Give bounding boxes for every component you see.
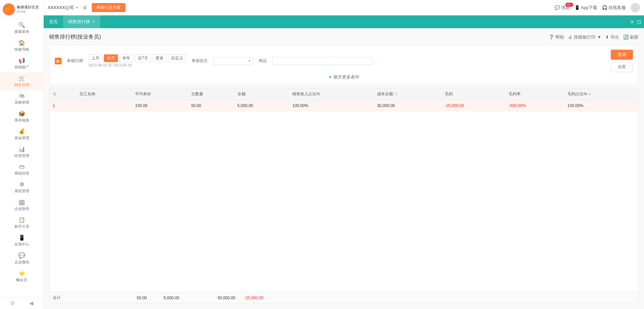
goods-filter-label: 商品 — [259, 58, 267, 64]
tab-close-window-icon[interactable]: ✕ — [630, 19, 634, 25]
table-header-row: ⚙ 员工名称 平均单价 主数量 全额 销售收入占比% 成本全额 ⓘ 毛利 毛利率… — [49, 88, 638, 100]
query-button[interactable]: 查询 — [611, 50, 633, 60]
sidebar-label-guide: 新手引导 — [14, 224, 29, 229]
cell-name-0 — [76, 100, 132, 111]
gross-pct-sort-icon[interactable]: ⇅ — [588, 92, 591, 96]
sidebar-item-finance[interactable]: 💰 资金管理 — [0, 125, 43, 143]
date-btn-this-month[interactable]: 本月 — [104, 54, 118, 62]
sidebar-label-sales: 销售管理 — [14, 83, 29, 88]
print-button[interactable]: 🖨 按模板打印 ▼ — [568, 34, 601, 40]
sidebar-logo: 🔶 畅康通好生意 标准版 — [0, 0, 43, 19]
settings-button[interactable]: 设置 — [611, 62, 633, 72]
company-arrow-icon: ▼ — [75, 6, 79, 9]
date-btn-this-year[interactable]: 本年 — [119, 54, 133, 62]
sidebar-icon-search: 🔍 — [18, 22, 25, 28]
page-title: 销售排行榜(按业务员) — [49, 34, 101, 41]
sidebar-icon-marketing: 📢 — [18, 57, 25, 64]
th-cost: 成本全额 ⓘ — [374, 88, 441, 100]
sidebar-item-enterprise[interactable]: 🏢 企业协同 — [0, 196, 43, 214]
expand-more-area: ▼ 展开更多条件 — [55, 72, 633, 80]
message-icon: 💬 — [555, 5, 560, 10]
table-container: ⚙ 员工名称 平均单价 主数量 全额 销售收入占比% 成本全额 ⓘ 毛利 毛利率… — [49, 88, 638, 292]
footer-sales-pct — [187, 296, 214, 300]
footer-amount: 5,000.00 — [160, 296, 187, 300]
sidebar-label-search: 搜索菜单 — [14, 29, 29, 34]
date-btn-custom[interactable]: 自定义 — [168, 54, 186, 62]
cell-gross-pct-0: 100.00% — [564, 100, 638, 111]
user-avatar[interactable] — [631, 3, 640, 12]
expand-more-button[interactable]: ▼ 展开更多条件 — [55, 74, 633, 80]
sidebar-icon-operations: 📊 — [18, 146, 25, 152]
logo-badge: 标准版 — [17, 10, 39, 14]
date-btn-last-month[interactable]: 上月 — [88, 54, 102, 62]
sidebar-item-purchase[interactable]: 🛍 采购管理 — [0, 90, 43, 108]
sidebar-icon-guide: 📋 — [18, 217, 25, 223]
sidebar-label-base: 基础信息 — [14, 171, 29, 176]
sidebar-item-wechat[interactable]: 💬 企业微信 — [0, 250, 43, 267]
sidebar-icon-shortcut: 🏠 — [18, 40, 25, 46]
export-button[interactable]: ⬇ 导出 — [605, 34, 619, 40]
tab-home-label: 首页 — [49, 19, 58, 25]
sidebar-icon-purchase: 🛍 — [19, 93, 25, 99]
sidebar-label-enterprise: 企业协同 — [14, 206, 29, 211]
sidebar-icon-member: ⭐ — [18, 270, 25, 276]
th-settings: ⚙ — [49, 88, 76, 100]
sidebar-label-member: 畅会员 — [16, 277, 27, 282]
date-btn-more[interactable]: 更多 — [153, 54, 167, 62]
sidebar-item-guide[interactable]: 📋 新手引导 — [0, 214, 43, 232]
app-download-button[interactable]: 📱 App下载 — [574, 5, 597, 11]
company-selector[interactable]: XXXXXX公司 ▼ — [48, 5, 79, 11]
refresh-label: 刷新 — [630, 34, 639, 40]
sidebar-item-shortcut[interactable]: 🏠 快捷导航 — [0, 37, 43, 55]
expand-arrow-icon: ▼ — [328, 75, 332, 80]
sidebar: 🔶 畅康通好生意 标准版 🔍 搜索菜单 🏠 快捷导航 📢 营销推广 🛒 销售管理… — [0, 0, 44, 309]
th-avg-price: 平均单价 — [132, 88, 188, 100]
filter-collapse-btn[interactable]: ▶ — [55, 58, 61, 64]
cell-avg-price-0: 100.00 — [132, 100, 188, 111]
sidebar-collapse-icon[interactable]: ◀ — [29, 300, 33, 306]
sidebar-icon-base: 🗃 — [19, 164, 25, 170]
sidebar-item-operations[interactable]: 📊 经营管理 — [0, 143, 43, 161]
help-button[interactable]: ❓ 帮助 — [549, 34, 564, 40]
message-button[interactable]: 💬 消息 99+ — [555, 5, 570, 11]
sidebar-settings-icon[interactable]: ⚙ — [10, 300, 15, 306]
tab-restore-icon[interactable]: ⊡ — [637, 19, 641, 25]
table-footer: 合计 50.00 5,000.00 30,000.00 -25,000.00 — [49, 292, 638, 303]
goods-input[interactable] — [272, 57, 373, 65]
content-area: 销售排行榜(按业务员) ❓ 帮助 🖨 按模板打印 ▼ ⬇ 导出 🔄 刷新 — [44, 28, 644, 309]
more-filters-icon[interactable]: ... — [374, 59, 378, 63]
sidebar-item-sales[interactable]: 🛒 销售管理 — [0, 72, 43, 90]
tab-sales-ranking[interactable]: 销售排行榜 ✕ — [63, 15, 100, 28]
print-label: 按模板打印 — [574, 34, 596, 40]
logo-text: 畅康通好生意 — [17, 5, 39, 9]
online-service-button[interactable]: 🎧 在线客服 — [602, 5, 626, 11]
sidebar-item-search[interactable]: 🔍 搜索菜单 — [0, 19, 43, 37]
tab-close-icon[interactable]: ✕ — [92, 20, 95, 24]
topbar-right: 💬 消息 99+ 📱 App下载 🎧 在线客服 — [555, 3, 640, 12]
sidebar-nav: 🔍 搜索菜单 🏠 快捷导航 📢 营销推广 🛒 销售管理 🛍 采购管理 📦 库存核… — [0, 19, 43, 297]
sidebar-item-base[interactable]: 🗃 基础信息 — [0, 161, 43, 178]
date-btn-7days[interactable]: 近7天 — [135, 54, 151, 62]
column-settings-icon[interactable]: ⚙ — [53, 92, 57, 97]
sidebar-item-inventory[interactable]: 📦 库存核算 — [0, 108, 43, 125]
sidebar-item-apps[interactable]: 📱 应用中心 — [0, 232, 43, 250]
footer-avg-price — [106, 296, 133, 300]
refresh-button[interactable]: 🔄 刷新 — [623, 34, 639, 40]
trial-button[interactable]: 体验行业方案 — [92, 3, 125, 12]
sidebar-item-member[interactable]: ⭐ 畅会员 — [0, 267, 43, 285]
status-select-wrap: ▼ — [213, 57, 253, 65]
status-select[interactable] — [213, 57, 253, 65]
footer-label: 合计 — [53, 295, 80, 301]
filter-card: ▶ 单据日期 上月 本月 本年 近7天 更多 自定义 2023-06-01 至 … — [49, 45, 639, 85]
app-label: App下载 — [581, 5, 597, 11]
cost-info-icon[interactable]: ⓘ — [394, 92, 398, 96]
th-gross: 毛利 — [441, 88, 505, 100]
sidebar-icon-enterprise: 🏢 — [18, 199, 25, 205]
message-badge: 99+ — [565, 3, 573, 7]
service-icon: 🎧 — [602, 5, 607, 10]
cell-cost-0: 30,000.00 — [374, 100, 441, 111]
tab-home[interactable]: 首页 — [44, 15, 63, 28]
sidebar-item-marketing[interactable]: 📢 营销推广 — [0, 55, 43, 72]
settings-gear-icon[interactable]: ⚙ — [83, 5, 87, 11]
sidebar-item-system[interactable]: ⚙ 系统管理 — [0, 178, 43, 196]
